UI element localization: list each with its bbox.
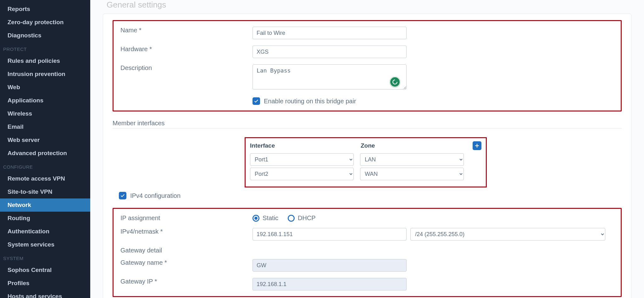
mi-header-zone: Zone [361,142,471,149]
sidebar-item-label: Rules and policies [8,57,60,64]
sidebar-item-label: Advanced protection [8,150,67,156]
page-title: General settings [103,0,631,14]
sidebar-item-web-server[interactable]: Web server [0,133,90,147]
radio-icon [253,215,259,222]
ip-assignment-dhcp-radio[interactable]: DHCP [288,214,316,222]
gateway-ip-label: Gateway IP * [120,278,253,285]
sidebar-item-reports[interactable]: Reports [0,3,90,16]
sidebar-item-label: Email [8,123,24,130]
member-interfaces-title: Member interfaces [113,120,622,127]
section-divider [113,128,622,128]
sidebar-item-site-to-site-vpn[interactable]: Site-to-site VPN [0,185,90,198]
main-content: General settings Name * Hardware * Descr… [90,0,644,298]
sidebar-item-label: Wireless [8,110,32,117]
sidebar-item-label: Network [8,202,31,208]
gateway-name-input[interactable] [253,259,407,272]
radio-dhcp-label: DHCP [298,214,316,222]
settings-panel: Name * Hardware * Description [103,14,631,298]
ipv4-conf-label: IPv4 configuration [130,192,180,199]
member-interfaces-section: Interface Zone Port1 LAN Port2 WAN [245,137,487,187]
sidebar-item-label: Site-to-site VPN [8,188,53,195]
sidebar-item-label: Profiles [8,280,30,286]
sidebar-item-label: Authentication [8,228,49,235]
description-label: Description [120,64,253,72]
sidebar-group-configure: CONFIGURE [0,160,90,172]
mi-row: Port2 WAN [250,168,481,180]
mi-header-interface: Interface [250,142,361,149]
sidebar-item-label: Sophos Central [8,267,52,273]
sidebar-item-sophos-central[interactable]: Sophos Central [0,263,90,277]
sidebar-item-web[interactable]: Web [0,81,90,94]
sidebar-item-email[interactable]: Email [0,120,90,133]
gateway-name-label: Gateway name * [120,259,253,266]
sidebar-item-label: Intrusion prevention [8,71,65,77]
sidebar-item-intrusion-prevention[interactable]: Intrusion prevention [0,68,90,81]
mi-row: Port1 LAN [250,153,481,166]
gateway-ip-input[interactable] [253,278,407,290]
ip-assignment-label: IP assignment [120,214,253,222]
sidebar-item-zero-day[interactable]: Zero-day protection [0,16,90,29]
sidebar-item-label: Applications [8,97,43,104]
enable-routing-label: Enable routing on this bridge pair [264,98,356,105]
check-icon [253,97,260,105]
sidebar-item-label: Web [8,84,20,90]
sidebar-item-wireless[interactable]: Wireless [0,107,90,120]
interface-select-1[interactable]: Port2 [250,168,354,180]
ipv4-netmask-label: IPv4/netmask * [120,228,253,235]
sidebar-item-authentication[interactable]: Authentication [0,225,90,238]
ipv4-address-input[interactable] [253,228,407,241]
sidebar-group-protect: PROTECT [0,42,90,54]
hardware-input[interactable] [253,46,407,58]
sidebar-item-label: Hosts and services [8,293,62,298]
loading-spinner-icon [390,77,400,87]
ipv4-configuration-checkbox[interactable]: IPv4 configuration [119,192,180,199]
sidebar-group-system: SYSTEM [0,251,90,263]
radio-icon [288,215,295,222]
description-input[interactable] [253,64,407,89]
sidebar-item-applications[interactable]: Applications [0,94,90,107]
sidebar-item-advanced-protection[interactable]: Advanced protection [0,147,90,160]
sidebar-item-profiles[interactable]: Profiles [0,277,90,290]
sidebar-item-hosts-services[interactable]: Hosts and services [0,290,90,298]
general-settings-section: Name * Hardware * Description [113,20,622,111]
name-label: Name * [120,27,253,34]
ip-assignment-static-radio[interactable]: Static [253,214,278,222]
sidebar-item-label: Reports [8,6,30,12]
sidebar-item-label: Zero-day protection [8,19,64,25]
add-interface-button[interactable] [473,141,481,150]
check-icon [119,192,126,199]
sidebar-item-system-services[interactable]: System services [0,238,90,251]
sidebar-item-label: Routing [8,215,30,221]
left-sidebar: Reports Zero-day protection Diagnostics … [0,0,90,298]
sidebar-item-diagnostics[interactable]: Diagnostics [0,29,90,42]
interface-select-0[interactable]: Port1 [250,153,354,166]
netmask-select[interactable]: /24 (255.255.255.0) [410,228,605,241]
zone-select-0[interactable]: LAN [360,153,464,166]
sidebar-item-routing[interactable]: Routing [0,212,90,225]
zone-select-1[interactable]: WAN [360,168,464,180]
radio-static-label: Static [263,214,278,222]
sidebar-item-network[interactable]: Network [0,198,90,212]
enable-routing-checkbox[interactable]: Enable routing on this bridge pair [253,97,356,105]
gateway-detail-label: Gateway detail [120,247,614,254]
name-input[interactable] [253,27,407,39]
sidebar-item-label: Web server [8,137,40,143]
sidebar-item-label: Diagnostics [8,32,42,39]
sidebar-item-rules-policies[interactable]: Rules and policies [0,54,90,68]
ip-assignment-section: IP assignment Static DHCP IPv4/netmask [113,208,622,297]
sidebar-item-remote-access-vpn[interactable]: Remote access VPN [0,172,90,185]
sidebar-item-label: System services [8,241,54,248]
sidebar-item-label: Remote access VPN [8,175,65,182]
hardware-label: Hardware * [120,46,253,53]
